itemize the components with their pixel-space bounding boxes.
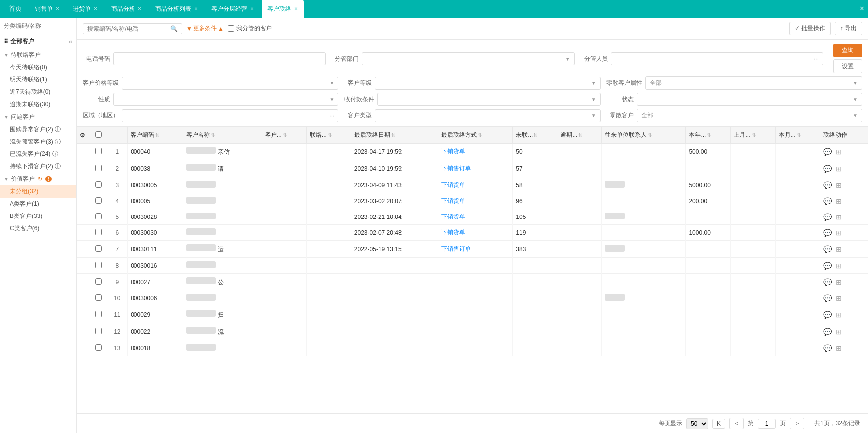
sidebar-item-class-c[interactable]: C类客户(6) xyxy=(0,222,76,235)
page-size-select[interactable]: 50 xyxy=(686,418,708,429)
grid-action-icon[interactable]: ⊞ xyxy=(836,213,842,221)
refresh-icon[interactable]: ↻ xyxy=(38,176,42,182)
row-checkbox[interactable] xyxy=(95,344,102,351)
phone-input[interactable] xyxy=(113,52,326,65)
sidebar-item-class-b[interactable]: B类客户(33) xyxy=(0,210,76,222)
row-checkbox[interactable] xyxy=(95,229,102,235)
person-select[interactable]: ··· xyxy=(611,52,823,65)
th-overdue[interactable]: 逾期...⇅ xyxy=(557,127,602,144)
retail-cust-select[interactable]: 全部▼ xyxy=(637,109,862,122)
td-checkbox[interactable] xyxy=(92,258,107,274)
close-customer-contact-tab[interactable]: × xyxy=(294,5,298,12)
td-checkbox[interactable] xyxy=(92,323,107,340)
sidebar-group-pending[interactable]: ▼ 待联络客户 xyxy=(0,49,76,61)
th-settings[interactable]: ⚙ xyxy=(77,127,92,144)
grid-action-icon[interactable]: ⊞ xyxy=(836,294,842,302)
nature-select[interactable]: ▼ xyxy=(113,93,338,106)
status-select[interactable]: ▼ xyxy=(637,93,862,106)
sidebar-item-tomorrow[interactable]: 明天待联络(1) xyxy=(0,73,76,86)
filter-more-conditions[interactable]: ▼ 更多条件 ▲ xyxy=(186,24,224,33)
sidebar-group-problem[interactable]: ▼ 问题客户 xyxy=(0,111,76,123)
sidebar-item-churned[interactable]: 已流失客户(24) ⓘ xyxy=(0,148,76,160)
sidebar-item-class-a[interactable]: A类客户(1) xyxy=(0,198,76,210)
nav-tab-sales[interactable]: 销售单 × xyxy=(29,0,65,18)
grid-action-icon[interactable]: ⊞ xyxy=(836,278,842,286)
th-contact[interactable]: 联络...⇅ xyxy=(306,127,351,144)
td-checkbox[interactable] xyxy=(92,177,107,193)
dept-select[interactable]: ▼ xyxy=(362,52,574,65)
th-name[interactable]: 客户名称⇅ xyxy=(183,127,262,144)
reset-button[interactable]: 设置 xyxy=(833,59,862,73)
chat-icon[interactable]: 💬 xyxy=(823,344,832,352)
th-this-year[interactable]: 本年...⇅ xyxy=(686,127,731,144)
chat-icon[interactable]: 💬 xyxy=(823,148,832,156)
row-checkbox[interactable] xyxy=(95,328,102,334)
chat-icon[interactable]: 💬 xyxy=(823,262,832,270)
th-last-date[interactable]: 最后联络日期⇅ xyxy=(351,127,438,144)
th-code[interactable]: 客户编码⇅ xyxy=(128,127,183,144)
cust-grade-select[interactable]: ▼ xyxy=(375,77,600,90)
td-checkbox[interactable] xyxy=(92,340,107,356)
row-checkbox[interactable] xyxy=(95,197,102,204)
chat-icon[interactable]: 💬 xyxy=(823,328,832,336)
grid-action-icon[interactable]: ⊞ xyxy=(836,181,842,189)
sidebar-item-hoard[interactable]: 囤购异常客户(2) ⓘ xyxy=(0,123,76,136)
my-customers-check-input[interactable] xyxy=(228,25,234,32)
main-close-button[interactable]: × xyxy=(860,4,864,13)
payment-select[interactable]: ▼ xyxy=(377,93,600,106)
last-method-link[interactable]: 下销售订单 xyxy=(441,165,471,172)
chat-icon[interactable]: 💬 xyxy=(823,245,832,253)
th-contact-person[interactable]: 往来单位联系人⇅ xyxy=(602,127,686,144)
last-method-link[interactable]: 下销货单 xyxy=(441,213,465,220)
grid-action-icon[interactable]: ⊞ xyxy=(836,165,842,173)
grid-action-icon[interactable]: ⊞ xyxy=(836,262,842,270)
select-all-checkbox[interactable] xyxy=(95,131,102,138)
td-checkbox[interactable] xyxy=(92,241,107,258)
my-customers-checkbox[interactable]: 我分管的客户 xyxy=(228,24,272,33)
row-checkbox[interactable] xyxy=(95,181,102,188)
close-customer-tier-tab[interactable]: × xyxy=(250,5,254,12)
td-checkbox[interactable] xyxy=(92,306,107,323)
sidebar-item-overdue[interactable]: 逾期未联络(30) xyxy=(0,98,76,111)
last-method-link[interactable]: 下销货单 xyxy=(441,148,465,155)
grid-action-icon[interactable]: ⊞ xyxy=(836,344,842,352)
nav-tab-customer-tier[interactable]: 客户分层经营 × xyxy=(205,0,260,18)
filter-search-input[interactable] xyxy=(87,25,170,32)
sidebar-all-customers[interactable]: ⠿ 全部客户 « xyxy=(0,34,76,49)
row-checkbox[interactable] xyxy=(95,165,102,171)
nav-tab-customer-contact[interactable]: 客户联络 × xyxy=(262,0,304,18)
td-checkbox[interactable] xyxy=(92,144,107,160)
td-checkbox[interactable] xyxy=(92,209,107,225)
last-method-link[interactable]: 下销货单 xyxy=(441,181,465,188)
filter-search-icon[interactable]: 🔍 xyxy=(170,25,178,32)
chat-icon[interactable]: 💬 xyxy=(823,197,832,205)
nav-home[interactable]: 首页 xyxy=(4,4,27,13)
chat-icon[interactable]: 💬 xyxy=(823,294,832,302)
th-last-method[interactable]: 最后联络方式⇅ xyxy=(438,127,513,144)
grid-action-icon[interactable]: ⊞ xyxy=(836,328,842,336)
td-checkbox[interactable] xyxy=(92,193,107,209)
prev-page-button[interactable]: ＜ xyxy=(729,418,744,429)
last-method-link[interactable]: 下销货单 xyxy=(441,197,465,204)
chat-icon[interactable]: 💬 xyxy=(823,229,832,237)
row-checkbox[interactable] xyxy=(95,262,102,268)
price-grade-select[interactable]: ▼ xyxy=(122,77,338,90)
close-sales-tab[interactable]: × xyxy=(56,5,59,12)
close-purchase-tab[interactable]: × xyxy=(94,5,97,12)
nav-tab-analysis-list[interactable]: 商品分析列表 × xyxy=(149,0,203,18)
grid-action-icon[interactable]: ⊞ xyxy=(836,197,842,205)
sidebar-search-input[interactable] xyxy=(4,22,77,29)
sidebar-item-churn-warn[interactable]: 流失预警客户(3) ⓘ xyxy=(0,136,76,148)
close-analysis-tab[interactable]: × xyxy=(138,5,141,12)
chat-icon[interactable]: 💬 xyxy=(823,165,832,173)
last-method-link[interactable]: 下销货单 xyxy=(441,229,465,236)
sidebar-item-declining[interactable]: 持续下滑客户(2) ⓘ xyxy=(0,160,76,173)
row-checkbox[interactable] xyxy=(95,148,102,154)
query-button[interactable]: 查询 xyxy=(833,44,862,57)
nav-tab-purchase[interactable]: 进货单 × xyxy=(67,0,103,18)
sidebar-collapse-all[interactable]: « xyxy=(69,38,72,45)
next-page-button[interactable]: ＞ xyxy=(790,418,804,429)
chat-icon[interactable]: 💬 xyxy=(823,213,832,221)
sidebar-item-ungroup[interactable]: 未分组(32) xyxy=(0,185,76,198)
chat-icon[interactable]: 💬 xyxy=(823,311,832,319)
